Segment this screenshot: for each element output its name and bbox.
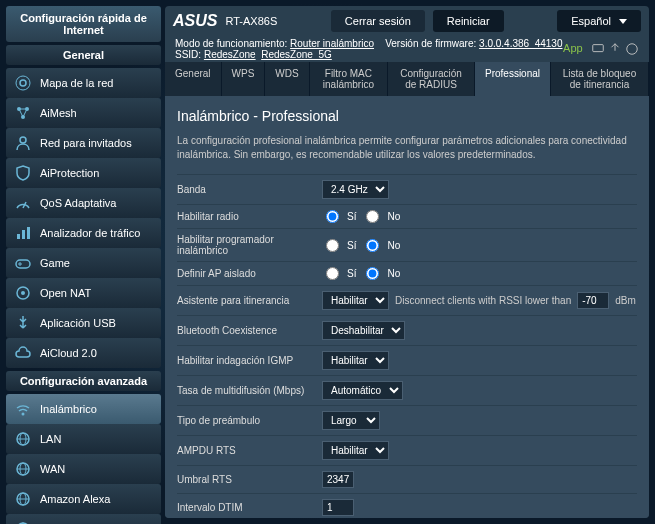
sidebar-item-lan[interactable]: LAN [6,424,161,454]
sidebar-item-aicloud-2-0[interactable]: AiCloud 2.0 [6,338,161,368]
tab-wps[interactable]: WPS [222,62,266,96]
tab-roaming-blocklist[interactable]: Lista de bloqueo de itinerancia [551,62,649,96]
sidebar-item-amazon-alexa[interactable]: Amazon Alexa [6,484,161,514]
tab-professional[interactable]: Professional [475,62,551,96]
isolated-ap-label: Definir AP aislado [177,268,322,279]
page-description: La configuración profesional inalámbrica… [177,134,637,162]
multicast-label: Tasa de multidifusión (Mbps) [177,385,322,396]
guest-icon [14,134,32,152]
sidebar-item-aiprotection[interactable]: AiProtection [6,158,161,188]
sidebar-item-analizador-de-tr-fico[interactable]: Analizador de tráfico [6,218,161,248]
page-title: Inalámbrico - Professional [177,108,637,124]
sidebar-item-inal-mbrico[interactable]: Inalámbrico [6,394,161,424]
band-select[interactable]: 2.4 GHz [322,180,389,199]
svg-point-32 [627,44,638,55]
mesh-icon [14,104,32,122]
wifi-icon [14,400,32,418]
bluetooth-label: Bluetooth Coexistence [177,325,322,336]
isolated-no[interactable] [366,267,379,280]
ssid1-link[interactable]: RedesZone [204,49,256,60]
ssid-label: SSID: [175,49,201,60]
svg-rect-8 [22,230,25,239]
globe-icon [14,520,32,524]
sidebar-item-ipv6[interactable]: IPv6 [6,514,161,524]
logout-button[interactable]: Cerrar sesión [331,10,425,32]
sidebar-header-general: General [6,45,161,65]
sidebar-item-label: LAN [40,433,61,445]
ampdu-rts-select[interactable]: Habilitar [322,441,389,460]
scheduler-yes[interactable] [326,239,339,252]
sidebar-item-open-nat[interactable]: Open NAT [6,278,161,308]
roaming-select[interactable]: Habilitar [322,291,389,310]
tab-radius[interactable]: Configuración de RADIUS [388,62,475,96]
mode-link[interactable]: Router inalámbrico [290,38,374,49]
rssi-input[interactable] [577,292,609,309]
sidebar-item-aimesh[interactable]: AiMesh [6,98,161,128]
dtim-input[interactable] [322,499,354,516]
chart-icon [14,224,32,242]
sidebar-item-qos-adaptativa[interactable]: QoS Adaptativa [6,188,161,218]
sidebar-item-label: Aplicación USB [40,317,116,329]
enable-radio-no[interactable] [366,210,379,223]
scheduler-no[interactable] [366,239,379,252]
svg-point-0 [20,80,26,86]
sidebar-item-label: Game [40,257,70,269]
globe-icon [14,490,32,508]
globe-icon [14,460,32,478]
globe-icon [14,430,32,448]
sidebar-item-label: QoS Adaptativa [40,197,116,209]
gamepad-icon [14,254,32,272]
svg-point-14 [21,291,25,295]
map-icon [14,74,32,92]
quick-setup[interactable]: Configuración rápida de Internet [6,6,161,42]
sidebar-header-advanced: Configuración avanzada [6,371,161,391]
sidebar-item-label: AiMesh [40,107,77,119]
language-select[interactable]: Español [557,10,641,32]
tab-general[interactable]: General [165,62,222,96]
sidebar-item-label: WAN [40,463,65,475]
sidebar-item-label: AiCloud 2.0 [40,347,97,359]
sidebar-item-wan[interactable]: WAN [6,454,161,484]
sidebar-item-label: Mapa de la red [40,77,113,89]
igmp-select[interactable]: Habilitar [322,351,389,370]
tab-mac-filter[interactable]: Filtro MAC inalámbrico [310,62,388,96]
tab-wds[interactable]: WDS [265,62,309,96]
sidebar-item-aplicaci-n-usb[interactable]: Aplicación USB [6,308,161,338]
igmp-label: Habilitar indagación IGMP [177,355,322,366]
sidebar-item-label: AiProtection [40,167,99,179]
app-link[interactable]: App [563,42,583,54]
svg-point-1 [16,76,30,90]
svg-rect-7 [17,234,20,239]
dtim-label: Intervalo DTIM [177,502,322,513]
multicast-select[interactable]: Automático [322,381,403,400]
svg-rect-9 [27,227,30,239]
rts-input[interactable] [322,471,354,488]
scheduler-label: Habilitar programador inalámbrico [177,234,322,256]
share-icon[interactable] [608,42,622,56]
bluetooth-select[interactable]: Deshabilitar [322,321,405,340]
svg-point-5 [20,137,26,143]
svg-rect-31 [593,45,604,52]
isolated-yes[interactable] [326,267,339,280]
shield-icon [14,164,32,182]
preamble-select[interactable]: Largo [322,411,380,430]
ssid2-link[interactable]: RedesZone_5G [261,49,332,60]
reboot-button[interactable]: Reiniciar [433,10,504,32]
sidebar-item-red-para-invitados[interactable]: Red para invitados [6,128,161,158]
feedback-icon[interactable] [591,42,605,56]
chevron-down-icon [619,19,627,24]
enable-radio-yes[interactable] [326,210,339,223]
sidebar-item-game[interactable]: Game [6,248,161,278]
svg-point-15 [22,413,25,416]
language-label: Español [571,15,611,27]
sidebar-item-mapa-de-la-red[interactable]: Mapa de la red [6,68,161,98]
speedometer-icon [14,194,32,212]
fw-link[interactable]: 3.0.0.4.386_44130 [479,38,562,49]
sidebar-item-label: Amazon Alexa [40,493,110,505]
help-icon[interactable] [625,42,639,56]
band-label: Banda [177,184,322,195]
sidebar-item-label: Inalámbrico [40,403,97,415]
mode-label: Modo de funcionamiento: [175,38,287,49]
usb-icon [14,314,32,332]
sidebar-item-label: Analizador de tráfico [40,227,140,239]
